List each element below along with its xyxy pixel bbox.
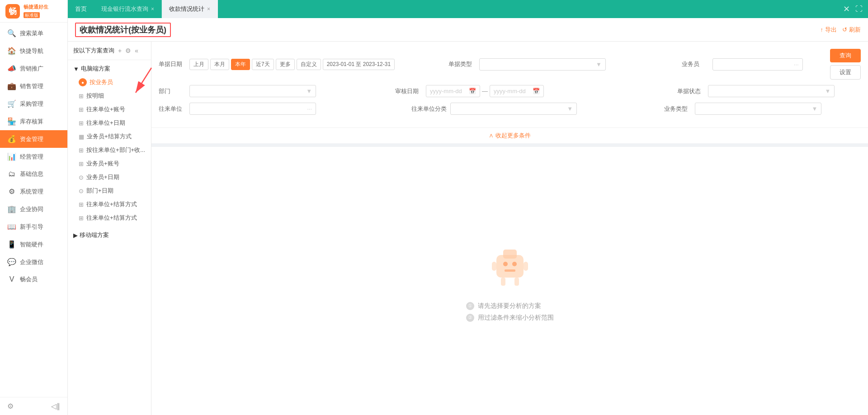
more-icon: ··· (794, 61, 799, 68)
scheme-item-partner-settle2[interactable]: ⊞ 往来单位+结算方式 (68, 211, 151, 225)
sidebar-item-label: 资金管理 (20, 135, 43, 143)
sidebar-item-operations[interactable]: 📊 经营管理 (0, 148, 67, 165)
empty-tips: ① 请先选择要分析的方案 ② 用过滤条件来缩小分析范围 (466, 302, 554, 325)
partner-cat-field: 往来单位分类 ▼ (411, 103, 657, 115)
date-btn-this-year[interactable]: 本年 (231, 59, 250, 70)
tab-cashflow-close[interactable]: × (151, 6, 154, 12)
page-header: 收款情况统计(按业务员) ↑ 导出 ↺ 刷新 (68, 18, 868, 42)
scheme-item-partner-account[interactable]: ⊞ 往来单位+账号 (68, 103, 151, 116)
scheme-item-label: 往来单位+日期 (86, 119, 125, 127)
form-row-2: 部门 ▼ 审核日期 yyyy-mm-dd 📅 (159, 85, 861, 97)
scheme-desktop-group-title[interactable]: ▼ 电脑端方案 (68, 62, 151, 75)
category-select[interactable]: ▼ (479, 58, 606, 71)
scheme-item-partner-settle1[interactable]: ⊞ 往来单位+结算方式 (68, 198, 151, 211)
refresh-button[interactable]: ↺ 刷新 (842, 26, 861, 34)
vip-icon: V (7, 275, 16, 283)
scheme-item-partner-dept[interactable]: ⊞ 按往来单位+部门+收... (68, 143, 151, 157)
scheme-item-label: 往来单位+结算方式 (86, 214, 137, 222)
more-icon: ··· (307, 105, 312, 112)
scheme-mobile-group-title[interactable]: ▶ 移动端方案 (68, 228, 151, 242)
enterprise-icon: 🏢 (7, 205, 16, 213)
collapse-sidebar-btn[interactable]: ◁∥ (51, 402, 60, 410)
sidebar-item-marketing[interactable]: 📣 营销推广 (0, 60, 67, 77)
audit-date-from-text: yyyy-mm-dd (430, 88, 462, 94)
scheme-collapse-btn[interactable]: « (134, 46, 139, 55)
audit-date-from[interactable]: yyyy-mm-dd 📅 (426, 85, 480, 97)
scheme-item-partner-date[interactable]: ⊞ 往来单位+日期 (68, 116, 151, 130)
query-panel: 单据日期 上月 本月 本年 近7天 更多 自定义 2023-01-01 至 20… (151, 42, 868, 415)
logo-icon: 畅 (5, 4, 20, 19)
scheme-item-salesperson[interactable]: ● 按业务员 (68, 75, 151, 89)
doc-status-select[interactable]: ▼ (708, 85, 835, 97)
sidebar-item-quicknav[interactable]: 🏠 快捷导航 (0, 42, 67, 60)
tab-cashflow[interactable]: 现金银行流水查询 × (94, 0, 162, 18)
sidebar-item-search[interactable]: 🔍 搜索菜单 (0, 24, 67, 42)
sidebar-item-purchase[interactable]: 🛒 采购管理 (0, 95, 67, 113)
export-button[interactable]: ↑ 导出 (821, 26, 837, 34)
scheme-settings-btn[interactable]: ⚙ (124, 46, 132, 55)
date-btn-more[interactable]: 更多 (276, 59, 295, 70)
sidebar-item-basic[interactable]: 🗂 基础信息 (0, 165, 67, 183)
sidebar-item-label: 智能硬件 (20, 241, 43, 249)
sidebar-item-guide[interactable]: 📖 新手引导 (0, 218, 67, 236)
date-btn-7days[interactable]: 近7天 (252, 59, 274, 70)
settings-button[interactable]: 设置 (830, 65, 861, 80)
scheme-icon: ⊞ (79, 160, 84, 167)
sidebar-item-wechat[interactable]: 💬 企业微信 (0, 253, 67, 271)
partner-field: 往来单位 ··· (159, 103, 404, 115)
scheme-add-btn[interactable]: + (117, 46, 123, 55)
salesperson-label: 业务员 (682, 60, 709, 68)
chevron-down-icon: ▼ (596, 61, 602, 68)
scheme-item-detail[interactable]: ⊞ 按明细 (68, 89, 151, 103)
empty-tip-1: ① 请先选择要分析的方案 (466, 302, 554, 310)
partner-cat-select[interactable]: ▼ (450, 103, 577, 115)
sidebar-item-inventory[interactable]: 🏪 库存核算 (0, 113, 67, 130)
partner-select[interactable]: ··· (189, 103, 316, 115)
audit-date-to[interactable]: yyyy-mm-dd 📅 (490, 85, 544, 97)
scheme-panel-title: 按以下方案查询 (73, 47, 114, 55)
tip-num-1: ① (466, 302, 474, 310)
sidebar-item-finance[interactable]: 💰 资金管理 (0, 130, 67, 148)
tab-collection[interactable]: 收款情况统计 × (162, 0, 218, 18)
scheme-group-arrow: ▼ (73, 66, 79, 72)
scheme-icon: ⊞ (79, 120, 84, 127)
category-label: 单据类型 (448, 60, 476, 68)
scheme-item-salesperson-account[interactable]: ⊞ 业务员+账号 (68, 157, 151, 170)
svg-point-3 (512, 262, 517, 266)
sidebar-item-label: 基础信息 (20, 170, 43, 178)
salesperson-select[interactable]: ··· (712, 58, 803, 71)
form-actions: 查询 设置 (830, 49, 861, 80)
date-btn-custom[interactable]: 自定义 (297, 59, 321, 70)
sidebar-item-enterprise[interactable]: 🏢 企业协同 (0, 200, 67, 218)
content-area: 按以下方案查询 + ⚙ « ▼ 电脑端方案 ● 按业务员 ⊞ 按明 (68, 42, 868, 415)
dept-select[interactable]: ▼ (189, 85, 316, 97)
sidebar-item-hardware[interactable]: 📱 智能硬件 (0, 236, 67, 253)
sidebar-item-vip[interactable]: V 畅会员 (0, 271, 67, 288)
window-expand-icon[interactable]: ⛶ (855, 5, 863, 13)
export-label: 导出 (825, 26, 837, 34)
tab-home[interactable]: 首页 (68, 0, 94, 18)
scheme-item-label: 按明细 (86, 92, 104, 100)
form-row-3: 往来单位 ··· 往来单位分类 ▼ 业务类型 (159, 103, 861, 115)
scheme-item-label: 按往来单位+部门+收... (86, 146, 145, 154)
date-btn-last-month[interactable]: 上月 (189, 59, 208, 70)
window-close-icon[interactable]: ✕ (843, 4, 850, 14)
inventory-icon: 🏪 (7, 117, 16, 126)
query-button[interactable]: 查询 (830, 49, 861, 62)
empty-state: ① 请先选择要分析的方案 ② 用过滤条件来缩小分析范围 (151, 147, 868, 415)
scheme-item-dept-date[interactable]: ⊙ 部门+日期 (68, 184, 151, 198)
tab-collection-close[interactable]: × (207, 6, 210, 12)
sidebar-item-sales[interactable]: 💼 销售管理 (0, 77, 67, 95)
purchase-icon: 🛒 (7, 99, 16, 108)
scheme-item-label: 往来单位+账号 (86, 105, 125, 113)
scheme-item-salesperson-settle[interactable]: ▦ 业务员+结算方式 (68, 130, 151, 143)
date-btn-this-month[interactable]: 本月 (210, 59, 229, 70)
scheme-item-salesperson-date[interactable]: ⊙ 业务员+日期 (68, 170, 151, 184)
collapse-bar[interactable]: ∧ 收起更多条件 (151, 127, 868, 143)
operations-icon: 📊 (7, 152, 16, 161)
svg-rect-5 (492, 262, 496, 271)
logo-text: 畅捷通好生 标准版 (24, 4, 48, 19)
biz-type-select[interactable]: ▼ (695, 103, 821, 115)
sidebar-item-system[interactable]: ⚙ 系统管理 (0, 183, 67, 200)
settings-bottom-icon[interactable]: ⚙ (7, 402, 14, 410)
